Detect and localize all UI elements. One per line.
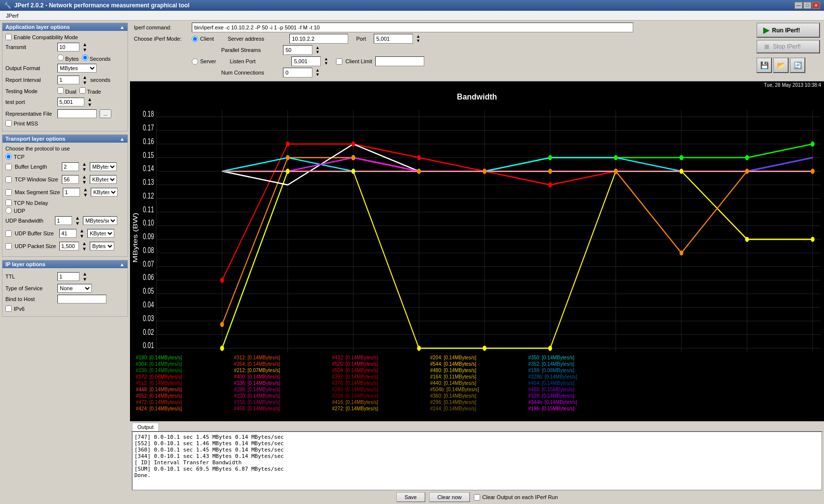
max-seg-checkbox[interactable] — [5, 189, 12, 196]
stop-iperf-button[interactable]: ⏹ Stop IPerf! — [756, 40, 820, 53]
server-address-group: Server address Port ▲▼ — [228, 34, 420, 44]
client-limit-row: Client Limit — [336, 56, 424, 66]
output-content[interactable]: [747] 0.0-10.1 sec 1.45 MBytes 0.14 MByt… — [132, 431, 822, 490]
udp-buffer-checkbox[interactable] — [5, 230, 12, 237]
svg-text:0.04: 0.04 — [143, 301, 154, 309]
minimize-button[interactable]: — — [795, 2, 802, 9]
svg-text:0.05: 0.05 — [143, 287, 154, 296]
close-button[interactable]: ✕ — [812, 2, 820, 9]
svg-text:0.15: 0.15 — [143, 151, 154, 159]
svg-text:0.02: 0.02 — [143, 328, 154, 336]
client-limit-checkbox[interactable] — [336, 58, 342, 65]
ttl-input[interactable] — [57, 272, 79, 281]
enable-compat-row: Enable Compatibility Mode — [5, 34, 125, 40]
svg-point-85 — [417, 155, 421, 160]
open-icon-button[interactable]: 📂 — [773, 57, 789, 73]
ipv6-row: IPv6 — [5, 305, 125, 312]
udp-radio[interactable] — [5, 207, 12, 214]
tcp-window-input[interactable] — [62, 175, 79, 184]
udp-buffer-input[interactable] — [59, 229, 77, 238]
legend-item: #440: [0.14MBytes/s] — [428, 380, 526, 386]
report-interval-input[interactable] — [57, 76, 79, 84]
num-connections-input[interactable] — [283, 68, 312, 77]
test-port-input[interactable] — [57, 98, 84, 106]
transport-layer-collapse[interactable]: ▲ — [120, 136, 125, 142]
legend-item: #448: [0.14MBytes/s] — [134, 386, 232, 393]
trade-label: Trade — [79, 87, 101, 95]
legend-item: #188: [0.08MBytes/s] — [526, 367, 624, 374]
udp-bandwidth-input[interactable] — [55, 216, 72, 225]
ip-layer-section: IP layer options ▲ TTL ▲▼ Type of Servic… — [2, 260, 128, 317]
transmit-input[interactable] — [57, 43, 79, 51]
tcp-nodelay-checkbox[interactable] — [5, 200, 12, 206]
bytes-radio[interactable] — [57, 54, 64, 61]
server-address-input[interactable] — [289, 34, 348, 44]
refresh-icon-button[interactable]: 🔄 — [790, 57, 805, 73]
enable-compat-checkbox[interactable] — [5, 34, 12, 40]
legend-item: #204: [0.14MBytes/s] — [428, 354, 526, 361]
save-icon-button[interactable]: 💾 — [756, 57, 772, 73]
client-radio[interactable] — [192, 36, 198, 42]
tcp-window-checkbox[interactable] — [5, 176, 12, 183]
svg-text:0.07: 0.07 — [143, 260, 154, 268]
trade-checkbox[interactable] — [79, 87, 86, 94]
udp-packet-checkbox[interactable] — [5, 243, 12, 250]
title-text: JPerf 2.0.2 - Network performance measur… — [14, 2, 189, 9]
menu-jperf[interactable]: JPerf — [2, 12, 23, 20]
print-mss-checkbox[interactable] — [5, 120, 12, 126]
svg-point-107 — [548, 169, 552, 174]
legend-item: #350: [0.14MBytes/s] — [526, 354, 624, 361]
svg-point-83 — [286, 142, 290, 147]
udp-packet-input[interactable] — [59, 242, 79, 251]
client-limit-input[interactable] — [375, 56, 424, 66]
clear-now-button[interactable]: Clear now — [429, 492, 470, 502]
buffer-length-input[interactable] — [62, 162, 79, 171]
buffer-length-checkbox[interactable] — [5, 164, 12, 170]
svg-point-106 — [483, 169, 487, 174]
max-seg-input[interactable] — [63, 188, 80, 197]
udp-buffer-unit[interactable]: KBytes — [87, 229, 114, 238]
num-conn-row: Num Connections ▲▼ — [134, 68, 820, 77]
transmit-row: Transmit ▲▼ — [5, 42, 125, 52]
legend-item: #280: [0.14MBytes/s] — [330, 386, 428, 393]
rep-file-browse[interactable]: ... — [100, 109, 111, 118]
clear-on-run-checkbox[interactable] — [474, 494, 480, 501]
legend-item: #552: [0.14MBytes/s] — [134, 393, 232, 399]
app-layer-collapse[interactable]: ▲ — [120, 25, 125, 30]
svg-point-111 — [811, 169, 815, 174]
protocol-label: Choose the protocol to use — [5, 146, 125, 151]
svg-text:0.09: 0.09 — [143, 233, 154, 241]
tcp-window-unit[interactable]: KBytes — [90, 175, 117, 184]
parallel-streams-input[interactable] — [283, 45, 312, 55]
svg-text:0.17: 0.17 — [143, 124, 154, 132]
maximize-button[interactable]: □ — [803, 2, 811, 9]
legend-item: #180: [0.14MBytes/s] — [134, 354, 232, 361]
buffer-length-unit[interactable]: MBytes — [90, 162, 117, 171]
save-button[interactable]: Save — [396, 492, 425, 502]
dual-checkbox[interactable] — [57, 87, 64, 94]
max-seg-unit[interactable]: KBytes — [91, 188, 118, 197]
run-iperf-button[interactable]: ▶ Run IPerf! — [756, 23, 820, 38]
svg-point-102 — [220, 322, 224, 327]
rep-file-input[interactable] — [57, 109, 97, 118]
iperf-command-input[interactable] — [192, 23, 633, 32]
legend-item: #424: [0.14MBytes/s] — [134, 405, 232, 412]
svg-point-94 — [352, 169, 356, 174]
transmit-unit-row: Bytes Seconds — [5, 54, 125, 62]
udp-bandwidth-unit[interactable]: MBytes/sec — [83, 216, 117, 225]
ip-layer-collapse[interactable]: ▲ — [120, 262, 125, 267]
ipv6-checkbox[interactable] — [5, 305, 12, 312]
tcp-radio[interactable] — [5, 153, 12, 160]
iperf-command-row: Iperf command: — [134, 23, 820, 32]
listen-port-input[interactable] — [291, 56, 321, 66]
seconds-radio[interactable] — [82, 54, 88, 61]
tos-select[interactable]: None — [57, 284, 92, 293]
bind-host-input[interactable] — [57, 295, 106, 303]
legend-item: #392: [0.14MBytes/s] — [330, 374, 428, 380]
port-input[interactable] — [374, 34, 413, 44]
output-format-select[interactable]: MBytes KBytes Bytes — [57, 64, 97, 73]
output-tab[interactable]: Output — [132, 423, 159, 431]
udp-packet-unit[interactable]: Bytes — [90, 242, 114, 251]
server-radio[interactable] — [192, 58, 198, 65]
bytes-radio-label: Bytes — [57, 54, 79, 62]
